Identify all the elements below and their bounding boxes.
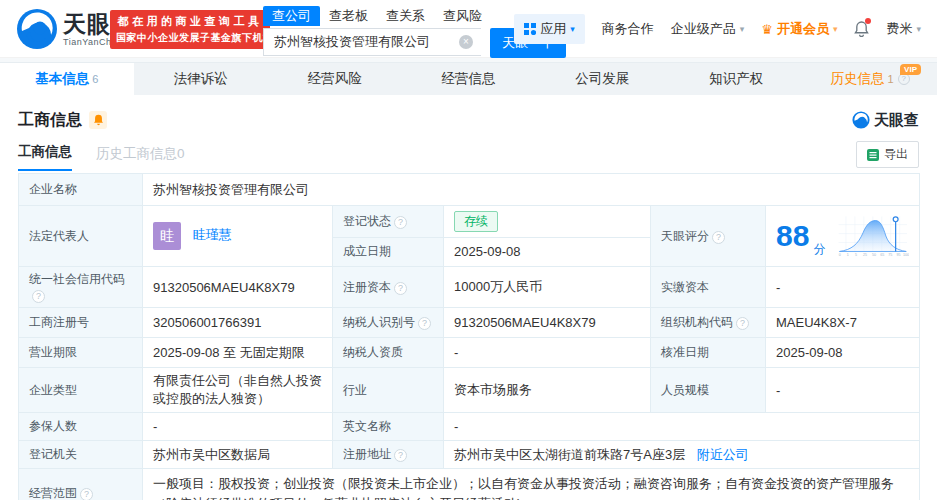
taxpayer-quality-label: 纳税人资质 — [333, 338, 444, 368]
score-label-text: 天眼评分 — [661, 229, 709, 243]
tab-operating-risk[interactable]: 经营风险 — [268, 63, 402, 95]
establish-date-value: 2025-09-08 — [444, 237, 651, 266]
subtab-business-info[interactable]: 工商信息 — [18, 143, 72, 171]
export-button[interactable]: 导出 — [856, 141, 919, 168]
export-button-label: 导出 — [884, 146, 908, 163]
enterprise-product-menu[interactable]: 企业级产品 ▾ — [671, 20, 745, 38]
business-scope-help-icon[interactable]: ? — [80, 488, 93, 500]
staff-size-label: 人员规模 — [651, 368, 766, 413]
export-excel-icon — [867, 149, 879, 161]
reg-address-text: 苏州市吴中区太湖街道前珠路7号A座3层 — [454, 447, 685, 462]
business-scope-value: 一般项目：股权投资；创业投资（限投资未上市企业）；以自有资金从事投资活动；融资咨… — [143, 469, 920, 500]
apps-menu[interactable]: 应用 ▾ — [514, 14, 585, 44]
svg-text:75: 75 — [889, 253, 893, 257]
tianyancha-watermark-icon — [852, 111, 870, 129]
business-scope-label-text: 经营范围 — [29, 486, 77, 500]
taxpayer-id-help-icon[interactable]: ? — [418, 317, 431, 330]
reg-capital-label-text: 注册资本 — [343, 280, 391, 294]
svg-text:95: 95 — [897, 253, 901, 257]
nearby-companies-link[interactable]: 附近公司 — [697, 447, 749, 462]
chevron-down-icon: ▾ — [833, 24, 838, 34]
reg-number-label: 工商注册号 — [19, 308, 143, 338]
score-value: 88 — [776, 221, 809, 251]
credit-code-label: 统一社会信用代码? — [19, 267, 143, 308]
alarm-bell-icon — [93, 114, 104, 126]
promo-banner-line2: 国家中小企业发展子基金旗下机构 — [116, 31, 264, 45]
legal-rep-cell: 眭 眭瑾慧 — [143, 206, 333, 267]
tab-intellectual-property-label: 知识产权 — [709, 70, 763, 88]
tab-operating-info[interactable]: 经营信息 — [402, 63, 536, 95]
legal-rep-avatar[interactable]: 眭 — [153, 222, 181, 250]
tab-company-development[interactable]: 公司发展 — [535, 63, 669, 95]
reg-address-label: 注册地址? — [333, 441, 444, 469]
industry-value: 资本市场服务 — [444, 368, 651, 413]
org-code-value: MAEU4K8X-7 — [766, 308, 920, 338]
tab-company-development-label: 公司发展 — [575, 70, 629, 88]
score-help-icon[interactable]: ? — [712, 231, 725, 244]
apps-menu-label: 应用 — [540, 20, 566, 38]
subtab-history-count: 0 — [177, 146, 185, 161]
score-cell[interactable]: 88 分 — [766, 206, 920, 267]
tab-operating-info-label: 经营信息 — [442, 70, 496, 88]
business-cooperation-menu[interactable]: 商务合作 — [602, 20, 654, 38]
svg-text:0: 0 — [839, 253, 841, 257]
search-tab-relation[interactable]: 查关系 — [377, 6, 434, 26]
tab-basic-info-count: 6 — [92, 73, 98, 85]
monitor-bell-chip[interactable] — [89, 111, 107, 129]
search-tab-risk[interactable]: 查风险 — [434, 6, 491, 26]
card-watermark-text: 天眼查 — [874, 111, 919, 130]
company-type-value: 有限责任公司（非自然人投资或控股的法人独资） — [143, 368, 333, 413]
tab-history-info[interactable]: 历史信息 1 ? VIP — [803, 63, 937, 95]
search-tab-company[interactable]: 查公司 — [263, 6, 320, 26]
svg-text:50: 50 — [872, 253, 876, 257]
taxpayer-id-label-text: 纳税人识别号 — [343, 315, 415, 329]
reg-address-value: 苏州市吴中区太湖街道前珠路7号A座3层 附近公司 — [444, 441, 920, 469]
staff-size-value: - — [766, 368, 920, 413]
legal-rep-link[interactable]: 眭瑾慧 — [193, 227, 232, 242]
tab-history-info-count: 1 — [888, 73, 894, 85]
notification-bell[interactable] — [854, 21, 869, 37]
reg-address-help-icon[interactable]: ? — [394, 449, 407, 462]
reg-authority-value: 苏州市吴中区数据局 — [143, 441, 333, 469]
org-code-label-text: 组织机构代码 — [661, 315, 733, 329]
user-menu[interactable]: 费米 ▾ — [886, 20, 921, 38]
legal-rep-label: 法定代表人 — [19, 206, 143, 267]
tianyancha-logo-icon — [16, 8, 58, 50]
search-clear-icon[interactable]: × — [459, 35, 473, 49]
vip-badge: VIP — [900, 64, 921, 75]
tab-basic-info-label: 基本信息 — [35, 70, 89, 88]
tab-history-info-label: 历史信息 — [831, 70, 885, 88]
score-distribution-chart: 0 1 5 25 50 65 75 95 100 — [837, 210, 909, 262]
subtab-history-business-info[interactable]: 历史工商信息0 — [96, 145, 185, 171]
taxpayer-id-value: 91320506MAEU4K8X79 — [444, 308, 651, 338]
tab-legal-litigation[interactable]: 法律诉讼 — [134, 63, 268, 95]
open-vip-menu[interactable]: ♛ 开通会员 ▾ — [761, 20, 837, 38]
reg-capital-label: 注册资本? — [333, 267, 444, 308]
english-name-value: - — [444, 413, 920, 441]
tab-basic-info[interactable]: 基本信息 6 — [0, 63, 134, 95]
search-tab-boss[interactable]: 查老板 — [320, 6, 377, 26]
svg-text:5: 5 — [855, 253, 857, 257]
apps-grid-icon — [524, 23, 536, 35]
card-watermark-logo: 天眼查 — [852, 111, 919, 130]
score-label: 天眼评分? — [651, 206, 766, 267]
reg-status-label: 登记状态? — [333, 206, 444, 238]
score-unit: 分 — [813, 241, 825, 262]
credit-code-help-icon[interactable]: ? — [32, 290, 45, 303]
tab-intellectual-property[interactable]: 知识产权 — [669, 63, 803, 95]
reg-status-help-icon[interactable]: ? — [394, 216, 407, 229]
chevron-down-icon: ▾ — [570, 24, 575, 34]
svg-text:65: 65 — [881, 253, 885, 257]
top-header: 天眼查 TianYanCha.com 都在用的商业查询工具 国家中小企业发展子基… — [0, 0, 937, 58]
business-cooperation-label: 商务合作 — [602, 20, 654, 38]
credit-code-value: 91320506MAEU4K8X79 — [143, 267, 333, 308]
reg-number-value: 320506001766391 — [143, 308, 333, 338]
tab-legal-litigation-label: 法律诉讼 — [174, 70, 228, 88]
taxpayer-quality-value: - — [444, 338, 651, 368]
section-title: 工商信息 — [18, 110, 82, 131]
org-code-help-icon[interactable]: ? — [736, 317, 749, 330]
reg-capital-help-icon[interactable]: ? — [394, 282, 407, 295]
approval-date-value: 2025-09-08 — [766, 338, 920, 368]
search-input[interactable] — [263, 28, 481, 56]
status-badge: 存续 — [454, 211, 498, 232]
